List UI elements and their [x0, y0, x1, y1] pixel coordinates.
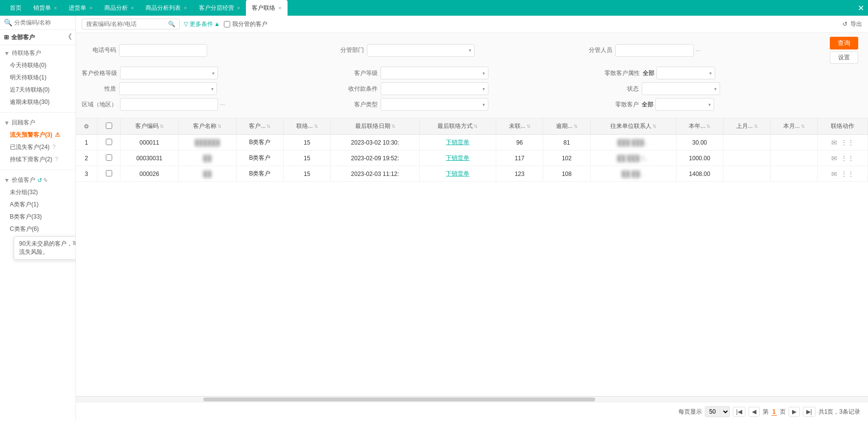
- th-checkbox[interactable]: [97, 118, 120, 135]
- row2-checkbox[interactable]: [97, 150, 120, 166]
- sidebar-item-overdue[interactable]: 逾期未联络(30): [0, 96, 75, 108]
- row2-last-method[interactable]: 下销货单: [419, 150, 496, 166]
- tab-customer-contact[interactable]: 客户联络 ×: [246, 0, 287, 16]
- row3-checkbox[interactable]: [97, 166, 120, 182]
- payment-select[interactable]: ▾: [381, 82, 488, 95]
- my-customers-checkbox[interactable]: 我分管的客户: [224, 20, 267, 28]
- sort-icon[interactable]: ⇅: [160, 124, 164, 129]
- region-input[interactable]: [120, 98, 218, 111]
- action-more-1[interactable]: ⋮⋮: [841, 139, 854, 147]
- grid-icon: ⊞: [4, 34, 9, 41]
- row-checkbox-2[interactable]: [106, 154, 112, 161]
- sidebar-item-tomorrow[interactable]: 明天待联络(1): [0, 72, 75, 84]
- refresh-icon[interactable]: ↺: [37, 177, 42, 184]
- sort-icon-7[interactable]: ⇅: [527, 124, 530, 129]
- th-settings[interactable]: ⚙: [76, 118, 97, 135]
- total-records: 共1页，3条记录: [819, 408, 860, 416]
- sidebar-item-class-b[interactable]: B类客户(33): [0, 211, 75, 223]
- sort-icon-9[interactable]: ⇅: [652, 124, 656, 129]
- tab-product-list[interactable]: 商品分析列表 ×: [140, 0, 193, 16]
- sort-icon-11[interactable]: ⇅: [754, 124, 758, 129]
- sort-icon-12[interactable]: ⇅: [801, 124, 805, 129]
- action-more-3[interactable]: ⋮⋮: [841, 170, 854, 178]
- row1-checkbox[interactable]: [97, 135, 120, 150]
- sort-icon-5[interactable]: ⇅: [391, 124, 395, 129]
- sort-icon-3[interactable]: ⇅: [266, 124, 270, 129]
- manager-select[interactable]: [615, 44, 694, 57]
- row1-last-method[interactable]: 下销货单: [419, 135, 496, 150]
- close-icon[interactable]: ×: [184, 5, 187, 11]
- filter-search-icon[interactable]: 🔍: [168, 21, 175, 27]
- sort-icon-2[interactable]: ⇅: [217, 124, 221, 129]
- sidebar-item-class-c[interactable]: C类客户(6): [0, 223, 75, 235]
- edit-icon[interactable]: ✎: [43, 177, 48, 184]
- export-button[interactable]: ↺ 导出: [843, 20, 862, 28]
- tab-purchase[interactable]: 进货单 ×: [63, 0, 98, 16]
- close-icon[interactable]: ×: [89, 5, 92, 11]
- query-button[interactable]: 查询: [830, 37, 858, 50]
- my-customers-check[interactable]: [224, 21, 230, 27]
- scrollbar-thumb[interactable]: [203, 397, 595, 401]
- tab-sales[interactable]: 销货单 ×: [27, 0, 63, 16]
- th-overdue: 逾期...⇅: [543, 118, 590, 135]
- row1-name: ██████: [178, 135, 236, 150]
- close-icon[interactable]: ×: [237, 5, 240, 11]
- sidebar-search-input[interactable]: [14, 19, 72, 26]
- last-page-btn[interactable]: ▶|: [803, 407, 816, 417]
- close-icon[interactable]: ×: [131, 5, 134, 11]
- action-email-2[interactable]: ✉: [831, 154, 837, 162]
- first-page-btn[interactable]: |◀: [733, 407, 746, 417]
- phone-input[interactable]: [119, 44, 207, 57]
- filter-search-input[interactable]: [86, 21, 166, 27]
- pagination: 每页显示 50 20 100 |◀ ◀ 第 1 页 ▶ ▶| 共1页，3条记录: [76, 402, 868, 421]
- collapse-icon[interactable]: 《: [65, 33, 72, 42]
- per-page-select[interactable]: 50 20 100: [705, 406, 730, 417]
- th-contact-person: 往来单位联系人⇅: [590, 118, 676, 135]
- status-select[interactable]: ▾: [642, 82, 720, 95]
- row3-last-method[interactable]: 下销货单: [419, 166, 496, 182]
- sort-icon-6[interactable]: ⇅: [474, 124, 478, 129]
- more-conditions-btn[interactable]: ▽ 更多条件 ▲: [184, 20, 220, 28]
- zero-customer-select[interactable]: ▾: [655, 98, 714, 111]
- sort-icon-10[interactable]: ⇅: [706, 124, 710, 129]
- more-dots-icon[interactable]: ···: [696, 47, 700, 54]
- sidebar-item-today[interactable]: 今天待联络(0): [0, 59, 75, 72]
- close-icon[interactable]: ×: [278, 5, 281, 11]
- sidebar-group-title-pending[interactable]: ▼ 待联络客户: [0, 47, 75, 59]
- sidebar-item-churned[interactable]: 已流失客户(24) ?: [0, 141, 75, 153]
- next-page-btn[interactable]: ▶: [789, 407, 800, 417]
- customer-level-select[interactable]: ▾: [381, 67, 488, 79]
- action-email-3[interactable]: ✉: [831, 170, 837, 178]
- settings-button[interactable]: 设置: [830, 51, 858, 64]
- gender-select[interactable]: ▾: [119, 82, 217, 95]
- prev-page-btn[interactable]: ◀: [748, 407, 760, 417]
- tab-home[interactable]: 首页: [4, 0, 27, 16]
- sidebar-item-7days[interactable]: 近7天待联络(0): [0, 84, 75, 96]
- action-more-2[interactable]: ⋮⋮: [841, 154, 854, 162]
- customer-type-select[interactable]: ▾: [381, 98, 488, 111]
- sidebar-item-churn-warning[interactable]: 流失预警客户(3) ⚠: [0, 129, 75, 141]
- dept-select[interactable]: ▾: [367, 44, 475, 57]
- row-checkbox-3[interactable]: [106, 170, 112, 176]
- sidebar-group-title-review[interactable]: ▼ 回顾客户: [0, 117, 75, 129]
- row-checkbox-1[interactable]: [106, 139, 112, 145]
- sidebar-item-class-a[interactable]: A类客户(1): [0, 198, 75, 211]
- region-dots-icon[interactable]: ···: [220, 101, 225, 108]
- window-close[interactable]: ✕: [858, 3, 864, 13]
- zero-attr-select[interactable]: ▾: [656, 67, 715, 79]
- sidebar-item-ungroup[interactable]: 未分组(32): [0, 186, 75, 198]
- chevron-down-icon-6: ▾: [482, 86, 485, 92]
- sort-icon-8[interactable]: ⇅: [574, 124, 578, 129]
- sidebar-all-customers[interactable]: ⊞ 全部客户 《: [0, 30, 75, 45]
- settings-icon[interactable]: ⚙: [84, 123, 89, 130]
- tab-customer-segment[interactable]: 客户分层经营 ×: [193, 0, 246, 16]
- sidebar-group-title-value[interactable]: ▼ 价值客户 ↺ ✎: [0, 174, 75, 186]
- select-all-checkbox[interactable]: [106, 123, 112, 129]
- horizontal-scrollbar[interactable]: [76, 396, 868, 402]
- close-icon[interactable]: ×: [54, 5, 57, 11]
- action-email-1[interactable]: ✉: [831, 139, 837, 147]
- sort-icon-4[interactable]: ⇅: [314, 124, 318, 129]
- price-level-select[interactable]: ▾: [120, 67, 218, 79]
- sidebar-item-declining[interactable]: 持续下滑客户(2) ?: [0, 153, 75, 166]
- tab-product-analysis[interactable]: 商品分析 ×: [98, 0, 140, 16]
